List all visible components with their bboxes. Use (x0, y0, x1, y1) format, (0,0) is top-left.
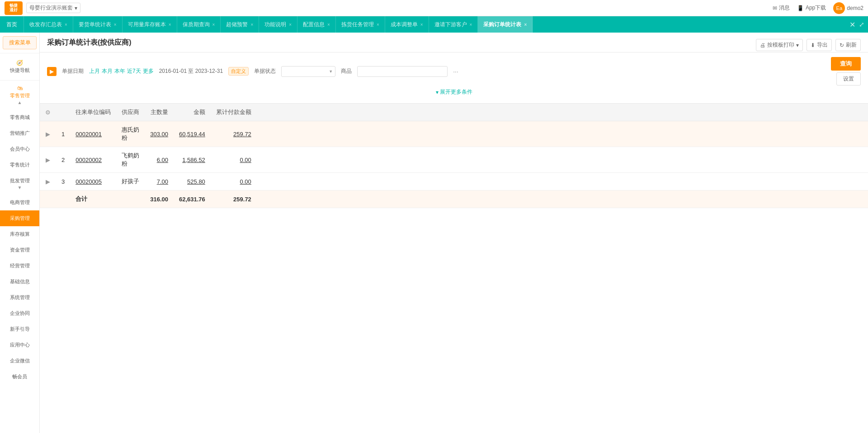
close-icon[interactable]: × (212, 22, 215, 27)
account-selector[interactable]: 母婴行业演示账套 ▾ (26, 3, 80, 13)
search-menu-button[interactable]: 搜索菜单 (3, 36, 37, 49)
close-icon[interactable]: × (65, 22, 67, 27)
sidebar-item-lingshouguan[interactable]: 🛍 零售管理 ▲ (0, 81, 39, 109)
sidebar-item-lingshoutils[interactable]: 零售统计 (0, 157, 39, 173)
row-empty (257, 147, 868, 173)
date-filter-label: 单据日期 (62, 67, 84, 75)
row-code: 00020005 (70, 173, 116, 190)
sidebar-item-jichuxinxi[interactable]: 基础信息 (0, 274, 39, 290)
app-download-btn[interactable]: 📱 App下载 (797, 4, 826, 12)
close-icon[interactable]: × (470, 22, 472, 27)
shortcut-this-year[interactable]: 本年 (114, 67, 125, 75)
table-row[interactable]: ▶ 3 00020005 好孩子 7.00 525.80 0.00 (40, 173, 868, 190)
sidebar-item-yingsxiaotg[interactable]: 营销推广 (0, 125, 39, 141)
tab-peihuorenwu[interactable]: 拣货任务管理 × (336, 16, 385, 33)
col-supplier: 供应商 (116, 104, 145, 121)
download-icon: 📱 (797, 5, 804, 11)
chevron-down-icon: ▼ (18, 185, 22, 190)
tab-keyongliang[interactable]: 可用量库存账本 × (123, 16, 177, 33)
close-icon[interactable]: × (524, 22, 527, 27)
sidebar-item-changhui[interactable]: 畅会员 (0, 369, 39, 385)
tab-yaoqingxiayou[interactable]: 邀请下游客户 × (429, 16, 478, 33)
close-icon[interactable]: × (289, 22, 292, 27)
sidebar-item-pifaguanli[interactable]: 批发管理 ▼ (0, 173, 39, 195)
row-paid: 0.00 (211, 173, 257, 190)
sidebar-item-huiyuanzx[interactable]: 会员中心 (0, 141, 39, 157)
tab-baozhiqi[interactable]: 保质期查询 × (177, 16, 221, 33)
expand-row-icon: ▶ (46, 178, 50, 185)
query-button[interactable]: 查询 (831, 57, 861, 71)
sidebar-item-lingshougshop[interactable]: 零售商城 (0, 109, 39, 125)
date-range-display: 2016-01-01 至 2023-12-31 (159, 67, 223, 75)
sidebar-item-yingyongzx[interactable]: 应用中心 (0, 337, 39, 353)
export-button[interactable]: ⬇ 导出 (807, 39, 832, 51)
quick-nav-area: 🧭 快捷导航 (0, 53, 39, 81)
col-amount: 金额 (174, 104, 211, 121)
tab-yaohuodantongji[interactable]: 要货单统计表 × (73, 16, 123, 33)
shortcut-this-month[interactable]: 本月 (102, 67, 113, 75)
table-row[interactable]: ▶ 2 00020002 飞鹤奶粉 6.00 1,586.52 0.00 (40, 147, 868, 173)
sidebar-item-caigouguanli[interactable]: 采购管理 (0, 210, 39, 226)
sidebar-item-xinshouyindao[interactable]: 新手引导 (0, 321, 39, 337)
sidebar-item-diansguanli[interactable]: 电商管理 (0, 195, 39, 210)
message-icon: ✉ (773, 5, 777, 11)
footer-settings-cell (40, 190, 56, 208)
top-bar-left: 畅捷通好 母婴行业演示账套 ▾ (5, 1, 80, 15)
filter-toggle-button[interactable]: ▶ (47, 67, 57, 76)
print-button[interactable]: 🖨 按模板打印 ▾ (756, 39, 803, 51)
row-code: 00020002 (70, 147, 116, 173)
more-options-icon[interactable]: ··· (453, 68, 458, 75)
refresh-button[interactable]: ↻ 刷新 (835, 39, 861, 51)
export-icon: ⬇ (811, 42, 815, 48)
shortcut-7days[interactable]: 近7天 (127, 67, 141, 75)
window-maximize-icon[interactable]: ⤢ (859, 21, 864, 28)
tab-shoufajihui[interactable]: 收发存汇总表 × (24, 16, 73, 33)
close-icon[interactable]: × (420, 22, 423, 27)
filter-area: ▶ 单据日期 上月 本月 本年 近7天 更多 2016-01-01 至 2023… (40, 52, 868, 104)
sidebar-item-qiyexietong[interactable]: 企业协同 (0, 305, 39, 321)
row-expand[interactable]: ▶ (40, 173, 56, 190)
expand-icon: ▾ (436, 89, 439, 95)
sidebar-item-xitongguanli[interactable]: 系统管理 (0, 290, 39, 305)
goods-input[interactable] (357, 66, 448, 77)
sidebar-item-zijinguanli[interactable]: 资金管理 (0, 242, 39, 258)
close-icon[interactable]: × (169, 22, 171, 27)
message-btn[interactable]: ✉ 消息 (773, 4, 790, 12)
col-settings[interactable]: ⚙ (40, 104, 56, 121)
row-expand[interactable]: ▶ (40, 147, 56, 173)
shortcut-last-month[interactable]: 上月 (89, 67, 100, 75)
col-code: 往来单位编码 (70, 104, 116, 121)
tab-home[interactable]: 首页 (0, 16, 24, 33)
tab-peizhi[interactable]: 配置信息 × (297, 16, 336, 33)
sidebar-item-qiyeweixin[interactable]: 企业微信 (0, 353, 39, 369)
sidebar-item-quicknav[interactable]: 🧭 快捷导航 (0, 55, 39, 78)
tab-caigoutongji[interactable]: 采购订单统计表 × (478, 16, 533, 33)
close-icon[interactable]: × (377, 22, 379, 27)
footer-index-cell (56, 190, 70, 208)
col-paid: 累计付款金额 (211, 104, 257, 121)
row-supplier: 飞鹤奶粉 (116, 147, 145, 173)
settings-button[interactable]: 设置 (836, 72, 861, 86)
table-row[interactable]: ▶ 1 00020001 惠氏奶粉 303.00 60,519.44 259.7… (40, 121, 868, 147)
row-quantity: 6.00 (145, 147, 174, 173)
row-expand[interactable]: ▶ (40, 121, 56, 147)
footer-label-cell: 合计 (70, 190, 116, 208)
main-layout: 搜索菜单 🧭 快捷导航 🛍 零售管理 ▲ 零售商城 营销推广 会员中心 零售统计… (0, 33, 868, 433)
shortcut-more[interactable]: 更多 (143, 67, 154, 75)
sidebar-item-kucunhj[interactable]: 库存核算 (0, 226, 39, 242)
row-amount: 525.80 (174, 173, 211, 190)
footer-amount-cell: 62,631.76 (174, 190, 211, 208)
user-profile[interactable]: Ea demo2 (833, 2, 863, 14)
close-icon[interactable]: × (250, 22, 253, 27)
close-icon[interactable]: × (327, 22, 330, 27)
status-select[interactable] (281, 66, 335, 77)
tab-chengbentiaoz[interactable]: 成本调整单 × (385, 16, 429, 33)
page-title: 采购订单统计表(按供应商) (47, 38, 132, 52)
row-empty (257, 173, 868, 190)
tab-gongnengshuo[interactable]: 功能说明 × (259, 16, 297, 33)
close-icon[interactable]: × (114, 22, 117, 27)
expand-more-button[interactable]: ▾ 展开更多条件 (436, 88, 472, 96)
window-close-icon[interactable]: ✕ (849, 20, 855, 29)
sidebar-item-jingyinggl[interactable]: 经营管理 (0, 258, 39, 274)
tab-chaochuyujing[interactable]: 超储预警 × (221, 16, 259, 33)
